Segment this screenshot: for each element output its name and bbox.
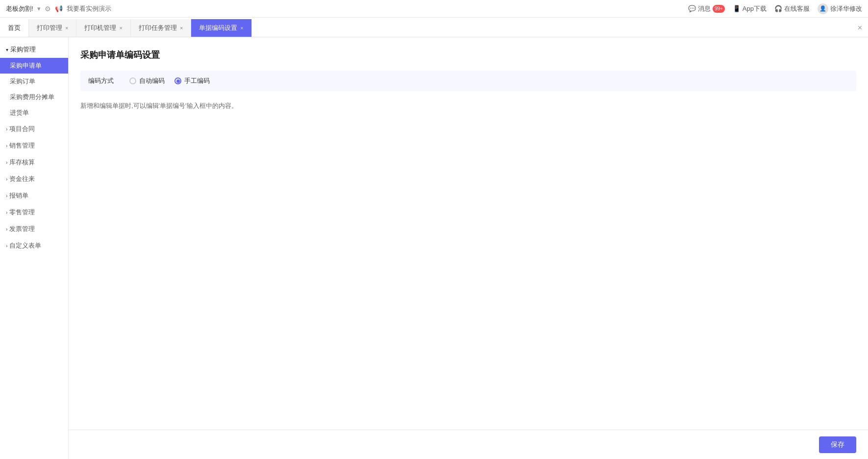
user-profile-button[interactable]: 👤 徐泽华修改 [818,3,862,14]
sidebar-group-project-arrow: › [6,127,7,132]
online-service-button[interactable]: 🎧 在线客服 [774,4,810,13]
tab-doc-code-setting-label: 单据编码设置 [199,24,237,32]
sidebar-group-sales-label: 销售管理 [9,141,35,150]
sidebar-group-project-contract[interactable]: › 项目合同 [0,121,68,137]
sidebar-group-inventory-arrow: › [6,160,7,165]
sidebar-group-sales[interactable]: › 销售管理 [0,137,68,154]
broadcast-icon: 📢 [55,5,63,12]
sidebar-item-purchase-order-label: 采购订单 [10,77,35,85]
page-title: 采购申请单编码设置 [80,49,856,61]
sidebar-group-invoice[interactable]: › 发票管理 [0,221,68,237]
sidebar: ▾ 采购管理 采购申请单 采购订单 采购费用分摊单 进货单 › 项目合同 › 销… [0,37,69,459]
sidebar-group-custom-label: 自定义表单 [9,241,41,250]
online-service-label: 在线客服 [784,4,810,13]
sidebar-group-retail-arrow: › [6,210,7,215]
auto-code-radio[interactable]: 自动编码 [129,76,165,85]
message-badge: 99+ [713,5,725,13]
app-download-button[interactable]: 📱 App下载 [733,4,767,13]
auto-code-radio-circle [129,77,136,84]
manual-code-radio[interactable]: 手工编码 [174,76,210,85]
sidebar-group-expense-arrow: › [6,193,7,199]
avatar: 👤 [818,3,828,14]
tab-home-label: 首页 [8,24,21,32]
content-footer: 保存 [69,430,868,459]
top-bar-right: 💬 消息 99+ 📱 App下载 🎧 在线客服 👤 徐泽华修改 [688,3,862,14]
encoding-row: 编码方式 自动编码 手工编码 [80,71,856,91]
sidebar-group-project-label: 项目合同 [9,125,35,133]
sidebar-group-custom-arrow: › [6,243,7,249]
app-download-label: App下载 [743,4,767,13]
tab-doc-code-setting[interactable]: 单据编码设置 × [191,19,251,37]
tab-print-mgmt-close[interactable]: × [65,25,68,31]
sidebar-group-retail[interactable]: › 零售管理 [0,204,68,221]
sidebar-item-purchase-expense[interactable]: 采购费用分摊单 [0,89,68,105]
sidebar-item-incoming[interactable]: 进货单 [0,105,68,121]
sidebar-group-sales-arrow: › [6,143,7,149]
broadcast-text[interactable]: 我要看实例演示 [67,4,111,13]
sidebar-group-purchase-label: 采购管理 [10,45,36,54]
sidebar-item-purchase-request[interactable]: 采购申请单 [0,58,68,74]
sidebar-group-funds-label: 资金往来 [9,175,35,183]
phone-icon: 📱 [733,5,741,12]
tab-print-mgmt[interactable]: 打印管理 × [29,19,76,37]
sidebar-group-inventory-label: 库存核算 [9,158,35,167]
sidebar-group-invoice-arrow: › [6,227,7,232]
content-scroll: 采购申请单编码设置 编码方式 自动编码 手工编码 新增和编辑单据时,可以编辑'单… [69,37,868,459]
sidebar-group-inventory[interactable]: › 库存核算 [0,154,68,171]
close-all-tabs-button[interactable]: × [852,19,868,37]
tab-bar: 首页 打印管理 × 打印机管理 × 打印任务管理 × 单据编码设置 × × [0,18,868,37]
sidebar-group-custom-form[interactable]: › 自定义表单 [0,237,68,254]
user-name-label: 徐泽华修改 [830,4,862,13]
radio-group: 自动编码 手工编码 [129,76,210,85]
tab-print-task-mgmt-close[interactable]: × [180,25,183,31]
tab-printer-mgmt[interactable]: 打印机管理 × [76,19,130,37]
message-label: 消息 [698,4,711,13]
message-button[interactable]: 💬 消息 99+ [688,4,725,13]
hint-text: 新增和编辑单据时,可以编辑'单据编号'输入框中的内容。 [80,101,856,111]
manual-code-label: 手工编码 [184,76,210,85]
tab-printer-mgmt-label: 打印机管理 [84,24,116,32]
sidebar-item-incoming-label: 进货单 [10,109,29,116]
sidebar-group-invoice-label: 发票管理 [9,225,35,233]
content-area: 采购申请单编码设置 编码方式 自动编码 手工编码 新增和编辑单据时,可以编辑'单… [69,37,868,459]
sidebar-group-expense-report[interactable]: › 报销单 [0,187,68,204]
tab-print-mgmt-label: 打印管理 [37,24,62,32]
sidebar-group-purchase[interactable]: ▾ 采购管理 [0,41,68,58]
tab-home[interactable]: 首页 [0,19,29,37]
save-button[interactable]: 保存 [819,436,856,453]
sidebar-group-purchase-arrow: ▾ [6,47,8,52]
tab-doc-code-setting-close[interactable]: × [240,25,243,31]
sidebar-group-funds-arrow: › [6,177,7,182]
settings-icon[interactable]: ⚙ [45,5,51,13]
sidebar-group-expense-label: 报销单 [9,191,28,200]
sidebar-group-retail-label: 零售管理 [9,208,35,217]
top-bar: 老板勿割! ▾ ⚙ 📢 我要看实例演示 💬 消息 99+ 📱 App下载 🎧 在… [0,0,868,18]
sidebar-item-purchase-request-label: 采购申请单 [10,62,42,69]
tab-print-task-mgmt[interactable]: 打印任务管理 × [131,19,191,37]
tab-printer-mgmt-close[interactable]: × [119,25,122,31]
sidebar-item-purchase-expense-label: 采购费用分摊单 [10,93,54,101]
sidebar-item-purchase-order[interactable]: 采购订单 [0,74,68,89]
main-layout: ▾ 采购管理 采购申请单 采购订单 采购费用分摊单 进货单 › 项目合同 › 销… [0,37,868,459]
manual-code-radio-circle [174,77,181,84]
tab-print-task-mgmt-label: 打印任务管理 [139,24,177,32]
message-icon: 💬 [688,5,696,12]
encoding-label: 编码方式 [88,76,118,85]
system-hint-text: 老板勿割! [6,4,33,13]
sidebar-group-funds[interactable]: › 资金往来 [0,171,68,187]
headset-icon: 🎧 [774,5,782,12]
dropdown-icon[interactable]: ▾ [37,5,41,12]
top-bar-left: 老板勿割! ▾ ⚙ 📢 我要看实例演示 [6,4,111,13]
auto-code-label: 自动编码 [139,76,165,85]
